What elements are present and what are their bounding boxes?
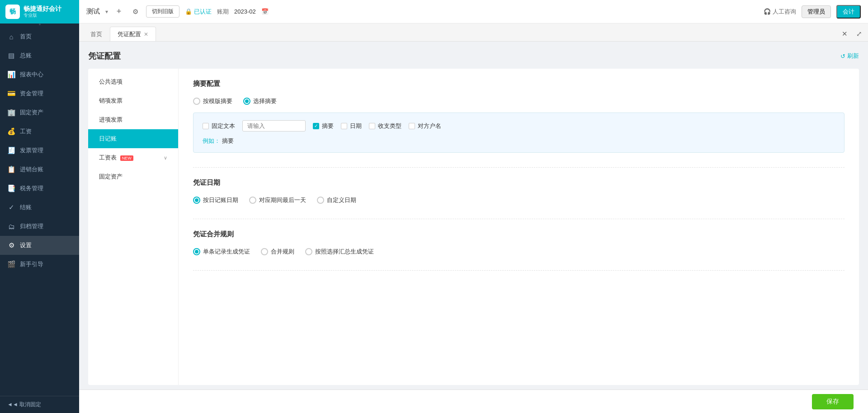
fixed-text-checkbox[interactable]: 固定文本 (203, 122, 235, 130)
report-icon: 📊 (7, 70, 15, 79)
sidebar-logo: 畅 畅捷通好会计 专业版 (0, 0, 79, 23)
tax-icon: 📑 (7, 184, 15, 192)
merge-section: 凭证合并规则 单条记录生成凭证 合并规则 按照选择汇总生成凭证 (193, 230, 844, 256)
radio-rule-circle (261, 248, 268, 255)
abstract-section: 摘要配置 按模版摘要 选择摘要 (193, 80, 844, 153)
add-tab-button[interactable]: + (113, 6, 124, 17)
merge-radio-rule[interactable]: 合并规则 (261, 248, 294, 256)
abstract-section-title: 摘要配置 (193, 80, 844, 88)
sidebar-item-settings[interactable]: ⚙ 设置 (0, 236, 79, 255)
sidebar-item-tax[interactable]: 📑 税务管理 (0, 179, 79, 198)
sidebar-item-closing[interactable]: ✓ 结账 (0, 198, 79, 217)
sidebar-item-ledger[interactable]: ▤ 总账 (0, 46, 79, 65)
tab-home[interactable]: 首页 (83, 27, 110, 41)
period-label: 账期 (217, 8, 229, 16)
radio-journal-circle (193, 197, 200, 204)
content-wrapper: 凭证配置 ↺ 刷新 公共选项 销项发票 进项发票 日记账 (79, 42, 868, 413)
sidebar-nav: ⌂ 首页 ▤ 总账 📊 报表中心 💳 资金管理 🏢 固定资产 💰 工资 🧾 发票… (0, 25, 79, 396)
merge-radio-group: 单条记录生成凭证 合并规则 按照选择汇总生成凭证 (193, 248, 844, 256)
fullscreen-button[interactable]: ⤢ (854, 28, 864, 39)
radio-single-circle (193, 248, 200, 255)
section-divider-1 (193, 167, 844, 168)
fixed-text-input[interactable] (242, 120, 306, 131)
content-layout: 公共选项 销项发票 进项发票 日记账 工资表 NEW (88, 69, 859, 385)
consult-button[interactable]: 🎧 人工咨询 (764, 8, 796, 16)
counterpart-checkbox[interactable]: 对方户名 (409, 122, 441, 130)
date-radio-custom[interactable]: 自定义日期 (317, 196, 356, 204)
user-button[interactable]: 管理员 (802, 5, 831, 18)
date-radio-period-last[interactable]: 对应期间最后一天 (249, 196, 306, 204)
sidebar-unpin[interactable]: ◄◄ 取消固定 (0, 396, 79, 413)
project-name: 测试 (86, 7, 100, 16)
period-value: 2023-02 (234, 8, 256, 15)
page-title: 凭证配置 (88, 51, 121, 61)
archive-icon: 🗂 (7, 222, 15, 230)
project-dropdown[interactable]: ▾ (105, 9, 108, 15)
abstract-checkbox[interactable]: ✓ 摘要 (313, 122, 334, 130)
sidebar-item-sales[interactable]: 📋 进销台账 (0, 160, 79, 179)
role-button[interactable]: 会计 (836, 5, 861, 19)
date-radio-journal[interactable]: 按日记账日期 (193, 196, 238, 204)
closing-icon: ✓ (7, 203, 15, 211)
sidebar-item-home[interactable]: ⌂ 首页 (0, 27, 79, 46)
sidebar-item-invoice[interactable]: 🧾 发票管理 (0, 141, 79, 160)
logo-icon: 畅 (5, 5, 20, 19)
side-menu-sales-invoice[interactable]: 销项发票 (88, 91, 178, 110)
abstract-radio-group: 按模版摘要 选择摘要 (193, 97, 844, 105)
sidebar: 畅 畅捷通好会计 专业版 ⌂ 首页 ▤ 总账 📊 报表中心 💳 资金管理 🏢 固… (0, 0, 79, 413)
side-menu: 公共选项 销项发票 进项发票 日记账 工资表 NEW (88, 69, 179, 385)
radio-select-circle (243, 98, 250, 105)
certified-badge: 🔒 已认证 (185, 8, 212, 16)
date-checkbox-box (341, 123, 347, 129)
close-all-button[interactable]: ✕ (839, 28, 850, 39)
merge-radio-summary[interactable]: 按照选择汇总生成凭证 (305, 248, 374, 256)
expand-icon: ∨ (164, 155, 167, 161)
page-header: 凭证配置 ↺ 刷新 (88, 51, 859, 61)
topbar-settings-button[interactable]: ⚙ (130, 6, 141, 17)
tabbar: 首页 凭证配置 ✕ ✕ ⤢ (79, 23, 868, 42)
payment-type-checkbox[interactable]: 收支类型 (369, 122, 401, 130)
form-area: 摘要配置 按模版摘要 选择摘要 (179, 69, 859, 385)
sidebar-item-guide[interactable]: 🎬 新手引导 (0, 255, 79, 274)
abstract-config-panel: 固定文本 ✓ 摘要 日期 (193, 113, 844, 153)
switch-old-version-button[interactable]: 切到旧版 (146, 5, 179, 18)
main-content: 凭证配置 ↺ 刷新 公共选项 销项发票 进项发票 日记账 (79, 42, 868, 413)
tabbar-controls: ✕ ⤢ (839, 28, 864, 39)
fund-icon: 💳 (7, 89, 15, 98)
sidebar-item-fund[interactable]: 💳 资金管理 (0, 84, 79, 103)
side-menu-public[interactable]: 公共选项 (88, 72, 178, 91)
sales-icon: 📋 (7, 165, 15, 174)
sidebar-item-archive[interactable]: 🗂 归档管理 (0, 217, 79, 236)
abstract-checkbox-box: ✓ (313, 123, 319, 129)
side-menu-fixed-assets[interactable]: 固定资产 (88, 167, 178, 186)
payroll-icon: 💰 (7, 127, 15, 136)
merge-section-title: 凭证合并规则 (193, 230, 844, 239)
home-icon: ⌂ (7, 33, 15, 41)
side-menu-journal[interactable]: 日记账 (88, 129, 178, 148)
sidebar-item-report[interactable]: 📊 报表中心 (0, 65, 79, 84)
side-menu-purchase-invoice[interactable]: 进项发票 (88, 110, 178, 129)
topbar: 测试 ▾ + ⚙ 切到旧版 🔒 已认证 账期 2023-02 📅 🎧 人工咨询 … (79, 0, 868, 23)
logo-text: 畅捷通好会计 专业版 (24, 5, 61, 19)
settings-icon: ⚙ (7, 241, 15, 249)
sidebar-item-asset[interactable]: 🏢 固定资产 (0, 103, 79, 122)
abstract-options-row: 固定文本 ✓ 摘要 日期 (203, 120, 835, 131)
guide-icon: 🎬 (7, 260, 15, 268)
save-button[interactable]: 保存 (812, 394, 854, 409)
abstract-radio-template[interactable]: 按模版摘要 (193, 97, 232, 105)
consult-icon: 🎧 (764, 8, 771, 15)
side-menu-payroll-table[interactable]: 工资表 NEW ∨ (88, 148, 178, 167)
refresh-button[interactable]: ↺ 刷新 (840, 52, 859, 60)
new-badge: NEW (120, 155, 133, 161)
tab-voucher-config[interactable]: 凭证配置 ✕ (110, 27, 156, 41)
merge-radio-single[interactable]: 单条记录生成凭证 (193, 248, 250, 256)
ledger-icon: ▤ (7, 52, 15, 60)
abstract-radio-select[interactable]: 选择摘要 (243, 97, 277, 105)
certified-icon: 🔒 (185, 8, 192, 15)
sidebar-item-payroll[interactable]: 💰 工资 (0, 122, 79, 141)
section-divider-3 (193, 270, 844, 271)
date-checkbox[interactable]: 日期 (341, 122, 362, 130)
tab-close-button[interactable]: ✕ (144, 31, 148, 38)
calendar-icon[interactable]: 📅 (261, 8, 269, 15)
counterpart-checkbox-box (409, 123, 415, 129)
